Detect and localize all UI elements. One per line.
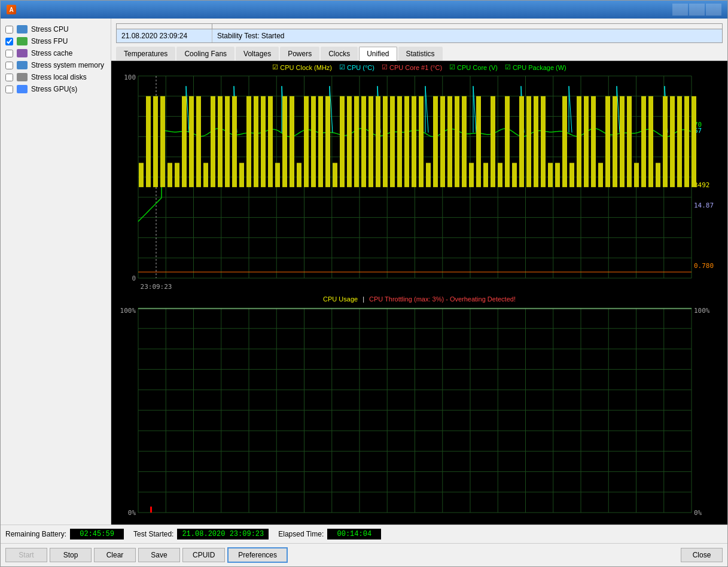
stress-item-stress-fpu[interactable]: Stress FPU (5, 35, 106, 47)
icon-stress-system-memory (17, 61, 28, 69)
legend-item: ☑CPU Core #1 (°C) (382, 63, 442, 71)
checkbox-stress-system-memory[interactable] (5, 62, 13, 69)
status-rows: 21.08.2020 23:09:24Stability Test: Start… (117, 29, 722, 42)
left-panel: Stress CPUStress FPUStress cacheStress s… (1, 19, 111, 525)
legend-item: ☑CPU Package (W) (505, 63, 566, 71)
label-stress-system-memory: Stress system memory (31, 61, 104, 69)
lower-chart-canvas (111, 293, 727, 525)
label-stress-cpu: Stress CPU (31, 25, 69, 33)
stress-item-stress-local-disks[interactable]: Stress local disks (5, 71, 106, 83)
tab-cooling-fans[interactable]: Cooling Fans (176, 47, 234, 60)
lower-chart: CPU Usage | CPU Throttling (max: 3%) - O… (111, 293, 727, 525)
action-bar: StartStopClearSaveCPUIDPreferencesClose (1, 543, 727, 566)
close-window-button[interactable] (706, 4, 721, 16)
stress-item-stress-cpu[interactable]: Stress CPU (5, 23, 106, 35)
legend-check: ☑ (382, 63, 388, 71)
stat-value: 02:45:59 (70, 529, 124, 539)
status-table: 21.08.2020 23:09:24Stability Test: Start… (116, 23, 723, 43)
label-stress-cache: Stress cache (31, 49, 72, 57)
tabs-container: TemperaturesCooling FansVoltagesPowersCl… (116, 47, 444, 60)
upper-chart: ☑CPU Clock (MHz)☑CPU (°C)☑CPU Core #1 (°… (111, 61, 727, 293)
stop-button[interactable]: Stop (50, 548, 92, 562)
title-bar-left: A (7, 5, 20, 14)
tab-temperatures[interactable]: Temperatures (116, 47, 175, 60)
checkbox-stress-gpu[interactable] (5, 86, 13, 93)
stat-label: Elapsed Time: (278, 530, 324, 538)
stat-value: 00:14:04 (327, 529, 381, 539)
bottom-stat: Remaining Battery:02:45:59 (5, 529, 124, 539)
charts-area: ☑CPU Clock (MHz)☑CPU (°C)☑CPU Core #1 (°… (111, 61, 727, 525)
title-bar-controls (672, 4, 721, 16)
close-button[interactable]: Close (681, 548, 723, 562)
icon-stress-cpu (17, 25, 28, 33)
legend-label: CPU Core (V) (457, 64, 498, 71)
bottom-stat: Test Started:21.08.2020 23:09:23 (133, 529, 269, 539)
legend-check: ☑ (339, 63, 345, 71)
stress-item-stress-system-memory[interactable]: Stress system memory (5, 59, 106, 71)
checkbox-stress-cpu[interactable] (5, 26, 13, 33)
label-stress-local-disks: Stress local disks (31, 73, 87, 81)
lower-chart-legend: CPU Usage | CPU Throttling (max: 3%) - O… (323, 295, 516, 303)
bottom-stats-bar: Remaining Battery:02:45:59Test Started:2… (1, 525, 727, 543)
minimize-button[interactable] (672, 4, 688, 16)
legend-label: CPU (°C) (347, 64, 374, 71)
tab-unified[interactable]: Unified (359, 47, 397, 61)
main-content: Stress CPUStress FPUStress cacheStress s… (1, 19, 727, 525)
legend-label: CPU Package (W) (513, 64, 566, 71)
lower-legend-usage: CPU Usage (323, 295, 358, 303)
legend-check: ☑ (505, 63, 511, 71)
label-stress-fpu: Stress FPU (31, 37, 68, 45)
bottom-stat: Elapsed Time:00:14:04 (278, 529, 381, 539)
legend-item: ☑CPU Core (V) (449, 63, 498, 71)
legend-item: ☑CPU Clock (MHz) (272, 63, 332, 71)
checkbox-stress-fpu[interactable] (5, 38, 13, 45)
app-icon: A (7, 5, 16, 14)
tab-voltages[interactable]: Voltages (236, 47, 279, 60)
title-bar: A (1, 1, 727, 19)
maximize-button[interactable] (689, 4, 705, 16)
stress-list: Stress CPUStress FPUStress cacheStress s… (5, 23, 106, 95)
tab-clocks[interactable]: Clocks (321, 47, 358, 60)
lower-legend-throttle: CPU Throttling (max: 3%) - Overheating D… (369, 295, 516, 303)
status-table-header (117, 24, 722, 29)
tabs-bar: TemperaturesCooling FansVoltagesPowersCl… (111, 45, 727, 61)
upper-chart-legend: ☑CPU Clock (MHz)☑CPU (°C)☑CPU Core #1 (°… (272, 63, 566, 71)
legend-label: CPU Clock (MHz) (280, 64, 332, 71)
legend-item: ☑CPU (°C) (339, 63, 374, 71)
stat-value: 21.08.2020 23:09:23 (177, 529, 269, 539)
status-row-date: 21.08.2020 23:09:24 (117, 29, 212, 42)
tab-powers[interactable]: Powers (280, 47, 319, 60)
legend-label: CPU Core #1 (°C) (389, 64, 442, 71)
lower-legend-separator: | (363, 295, 364, 303)
date-time-header (117, 24, 212, 29)
stress-item-stress-cache[interactable]: Stress cache (5, 47, 106, 59)
icon-stress-cache (17, 49, 28, 57)
status-row-status: Stability Test: Started (212, 29, 290, 42)
checkbox-stress-local-disks[interactable] (5, 74, 13, 81)
stress-item-stress-gpu[interactable]: Stress GPU(s) (5, 83, 106, 95)
tab-statistics[interactable]: Statistics (398, 47, 443, 60)
save-button[interactable]: Save (138, 548, 180, 562)
upper-chart-canvas (111, 61, 727, 293)
clear-button[interactable]: Clear (94, 548, 136, 562)
label-stress-gpu: Stress GPU(s) (31, 85, 77, 93)
preferences-button[interactable]: Preferences (227, 547, 288, 563)
stat-label: Test Started: (133, 530, 173, 538)
legend-check: ☑ (449, 63, 455, 71)
icon-stress-gpu (17, 85, 28, 93)
status-header (212, 24, 222, 29)
legend-check: ☑ (272, 63, 278, 71)
start-button: Start (5, 548, 47, 562)
cpuid-button[interactable]: CPUID (182, 548, 225, 562)
icon-stress-fpu (17, 37, 28, 45)
main-window: A Stress CPUStress FPUStress cacheStress… (0, 0, 728, 567)
icon-stress-local-disks (17, 73, 28, 81)
action-buttons: StartStopClearSaveCPUIDPreferencesClose (5, 547, 723, 563)
checkbox-stress-cache[interactable] (5, 50, 13, 57)
right-panel: 21.08.2020 23:09:24Stability Test: Start… (111, 19, 727, 525)
stat-label: Remaining Battery: (5, 530, 66, 538)
bottom-stats: Remaining Battery:02:45:59Test Started:2… (5, 529, 381, 539)
status-row: 21.08.2020 23:09:24Stability Test: Start… (117, 29, 722, 42)
